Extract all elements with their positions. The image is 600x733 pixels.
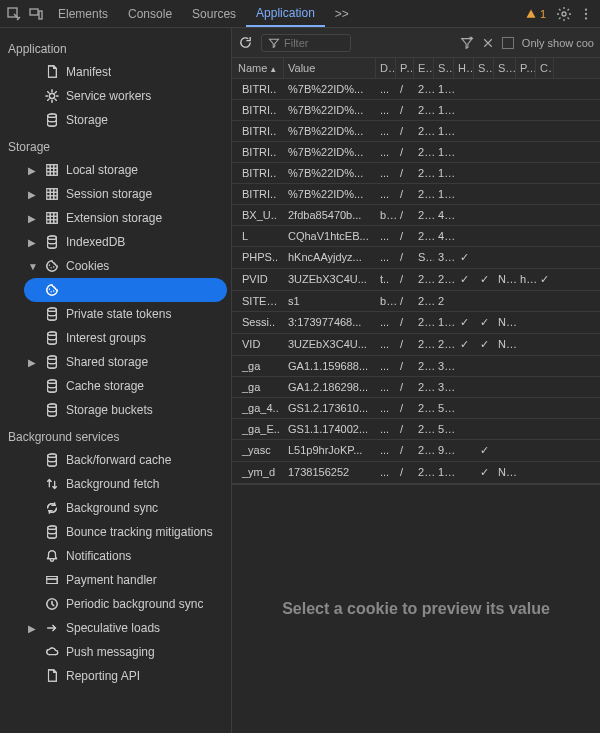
cell-p: / [396,334,414,355]
kebab-icon[interactable] [576,4,596,24]
table-row[interactable]: BITRI..%7B%22ID%....../2..1.. [232,163,600,184]
col-path[interactable]: P.. [396,58,414,78]
cell-name: Sessi.. [232,312,284,333]
col-value[interactable]: Value [284,58,376,78]
table-row[interactable]: VID3UZEbX3C4U....../2..2..✓✓N.. [232,334,600,356]
sidebar-item[interactable]: Back/forward cache [0,448,231,472]
cell-name: BITRI.. [232,100,284,120]
cell-p: / [396,226,414,246]
db-icon [44,235,60,249]
table-row[interactable]: BITRI..%7B%22ID%....../2..1.. [232,142,600,163]
sidebar-item[interactable]: ▶Extension storage [0,206,231,230]
cell-sn: N.. [494,462,516,483]
sidebar-item[interactable]: Service workers [0,84,231,108]
table-row[interactable]: _yascL51p9hrJoKP....../2..9..✓ [232,440,600,462]
close-icon[interactable] [482,37,494,49]
cell-value: %7B%22ID%... [284,142,376,162]
sidebar-item[interactable]: ▶IndexedDB [0,230,231,254]
sidebar-item[interactable]: Storage [0,108,231,132]
sidebar-item[interactable]: Private state tokens [0,302,231,326]
filter-box[interactable] [261,34,351,52]
cell-s: 1.. [434,163,454,183]
table-row[interactable]: BX_U..2fdba85470b...b../2..4.. [232,205,600,226]
sidebar-item[interactable]: Bounce tracking mitigations [0,520,231,544]
sidebar-item[interactable]: Payment handler [0,568,231,592]
cell-pp: h.. [516,269,536,290]
cell-h [454,142,474,162]
table-row[interactable]: BITRI..%7B%22ID%....../2..1.. [232,121,600,142]
sidebar-item[interactable]: ▶Local storage [0,158,231,182]
inspect-icon[interactable] [4,4,24,24]
col-samesite[interactable]: S.. [494,58,516,78]
cell-h [454,184,474,204]
cell-value: %7B%22ID%... [284,79,376,99]
cell-pr: ✓ [536,269,554,290]
col-httponly[interactable]: H.. [454,58,474,78]
table-row[interactable]: Sessi..3:173977468....../2..1..✓✓N.. [232,312,600,334]
tab-more[interactable]: >> [325,0,359,27]
col-priority[interactable]: C.. [536,58,554,78]
cell-d: b.. [376,205,396,225]
col-size[interactable]: S.. [434,58,454,78]
table-row[interactable]: SITE_IDs1b../2..2 [232,291,600,312]
warnings-badge[interactable]: 1 [519,8,552,20]
table-row[interactable]: _ga_4..GS1.2.173610....../2..5.. [232,398,600,419]
tab-sources[interactable]: Sources [182,0,246,27]
cell-sn [494,291,516,311]
table-row[interactable]: _gaGA1.1.159688....../2..3.. [232,356,600,377]
col-expires[interactable]: E.. [414,58,434,78]
table-row[interactable]: BITRI..%7B%22ID%....../2..1.. [232,79,600,100]
sidebar-item[interactable]: ▶Session storage [0,182,231,206]
cell-p: / [396,377,414,397]
sidebar-item[interactable]: ▶Speculative loads [0,616,231,640]
only-show-checkbox[interactable] [502,37,514,49]
sidebar-item[interactable]: Background sync [0,496,231,520]
filter-input[interactable] [284,37,344,49]
table-row[interactable]: BITRI..%7B%22ID%....../2..1.. [232,100,600,121]
tab-application[interactable]: Application [246,0,325,27]
cell-pp [516,121,536,141]
table-row[interactable]: _ga_E..GS1.1.174002....../2..5.. [232,419,600,440]
refresh-icon[interactable] [238,35,253,50]
cell-h [454,205,474,225]
table-row[interactable]: PHPS..hKncAAyjdyz....../S..3..✓ [232,247,600,269]
tab-console[interactable]: Console [118,0,182,27]
sidebar-item[interactable]: Background fetch [0,472,231,496]
sidebar-item-label: Background sync [66,501,158,515]
cell-pr [536,142,554,162]
device-icon[interactable] [26,4,46,24]
clear-filter-icon[interactable] [460,36,474,50]
sidebar-item[interactable]: Cache storage [0,374,231,398]
sidebar-item[interactable]: Storage buckets [0,398,231,422]
sidebar-item[interactable]: Periodic background sync [0,592,231,616]
cell-pr [536,184,554,204]
col-domain[interactable]: D.. [376,58,396,78]
sidebar-item[interactable]: Manifest [0,60,231,84]
settings-icon[interactable] [554,4,574,24]
cell-e: 2.. [414,163,434,183]
sidebar-item[interactable]: ▼Cookies [0,254,231,278]
tab-elements[interactable]: Elements [48,0,118,27]
cell-h [454,79,474,99]
table-row[interactable]: LCQhaV1htcEB....../2..4.. [232,226,600,247]
clock-icon [44,597,60,611]
table-row[interactable]: _gaGA1.2.186298....../2..3.. [232,377,600,398]
sidebar-item[interactable]: ▶Shared storage [0,350,231,374]
bell-icon [44,549,60,563]
table-row[interactable]: _ym_d1738156252.../2..1..✓N.. [232,462,600,484]
table-row[interactable]: BITRI..%7B%22ID%....../2..1.. [232,184,600,205]
expand-arrow-icon: ▶ [28,165,38,176]
sidebar-item[interactable]: Reporting API [0,664,231,688]
sidebar-item[interactable]: Interest groups [0,326,231,350]
col-partition[interactable]: P.. [516,58,536,78]
cell-pr [536,334,554,355]
cell-e: 2.. [414,226,434,246]
cell-d: t.. [376,269,396,290]
sidebar-item-label: Bounce tracking mitigations [66,525,213,539]
col-name[interactable]: Name▲ [232,58,284,78]
col-secure[interactable]: S.. [474,58,494,78]
table-row[interactable]: PVID3UZEbX3C4U...t../2..2..✓✓N..h..✓ [232,269,600,291]
sidebar-item[interactable]: Push messaging [0,640,231,664]
sidebar-item[interactable]: Notifications [0,544,231,568]
sidebar-item-child[interactable] [24,278,227,302]
